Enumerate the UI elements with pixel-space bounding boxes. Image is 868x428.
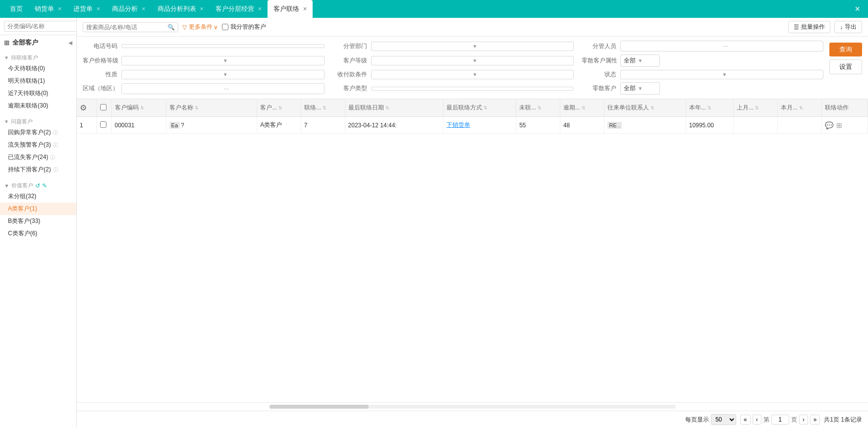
sidebar-all-customers[interactable]: ⊞ 全部客户 ◀: [0, 35, 76, 50]
price-level-input[interactable]: ▼: [121, 56, 325, 65]
sort-icon-name[interactable]: ⇅: [195, 106, 199, 110]
problem-customers-title[interactable]: ▼ 问题客户: [0, 116, 76, 126]
sidebar-declining[interactable]: 持续下滑客户(2) ⓘ: [0, 163, 76, 176]
customer-type-input[interactable]: [371, 87, 574, 91]
col-action-label: 联络动作: [825, 104, 849, 112]
first-page-button[interactable]: «: [740, 415, 751, 425]
manager-label: 分管人员: [582, 42, 616, 51]
sidebar-today-contact[interactable]: 今天待联络(0): [0, 62, 76, 75]
retail-attr-value: 全部: [624, 56, 636, 65]
sidebar-unclassified[interactable]: 未分组(32): [0, 190, 76, 203]
sort-icon-lastmonth[interactable]: ⇅: [755, 106, 759, 110]
sort-icon-year[interactable]: ⇅: [707, 106, 711, 110]
nav-product-list[interactable]: 商品分析列表 ×: [152, 0, 210, 18]
per-page-select[interactable]: 50 100 200: [711, 414, 736, 425]
manager-dots-icon[interactable]: ···: [723, 43, 820, 50]
nav-customer-contact[interactable]: 客户联络 ×: [268, 0, 313, 18]
nature-input[interactable]: ▼: [121, 70, 325, 79]
col-checkbox: [97, 99, 111, 117]
phone-input[interactable]: [121, 44, 325, 48]
sidebar-class-c[interactable]: C类客户(6): [0, 227, 76, 240]
sidebar-tomorrow-contact[interactable]: 明天待联络(1): [0, 75, 76, 87]
horizontal-scrollbar[interactable]: [77, 402, 868, 411]
payment-input[interactable]: ▼: [371, 70, 574, 79]
col-customer-name: 客户名称⇅: [166, 99, 257, 117]
nav-sales[interactable]: 销货单 ×: [29, 0, 67, 18]
close-sales-tab[interactable]: ×: [58, 5, 62, 12]
customer-level-input[interactable]: ▼: [371, 56, 574, 65]
col-contacts-person: 往来单位联系人⇅: [604, 99, 686, 117]
my-customers-checkbox[interactable]: [222, 24, 228, 30]
retail-attr-select[interactable]: 全部 ▼: [620, 54, 660, 67]
close-product-analysis-tab[interactable]: ×: [142, 5, 146, 12]
sidebar-search-input[interactable]: [4, 21, 77, 32]
sort-icon-overdue[interactable]: ⇅: [582, 106, 586, 110]
sort-icon-contact[interactable]: ⇅: [323, 106, 326, 110]
prev-page-button[interactable]: ‹: [753, 415, 761, 425]
churned-label: 已流失客户(24): [8, 153, 48, 161]
price-level-field: 客户价格等级 ▼: [83, 56, 325, 65]
select-all-checkbox[interactable]: [100, 104, 107, 110]
sort-icon-level[interactable]: ⇅: [278, 106, 282, 110]
col-last-month-label: 上月...: [737, 104, 754, 112]
filter-search-input[interactable]: [86, 24, 165, 31]
edit-icon[interactable]: ✎: [42, 182, 47, 189]
col-year-amount-label: 本年...: [689, 104, 706, 112]
close-customer-stratify-tab[interactable]: ×: [258, 5, 262, 12]
batch-operation-button[interactable]: ☰ 批量操作: [788, 21, 830, 33]
manager-input[interactable]: ···: [620, 41, 823, 52]
sidebar-overdue-contact[interactable]: 逾期未联络(30): [0, 100, 76, 112]
nav-purchase[interactable]: 进货单 ×: [67, 0, 106, 18]
nav-home[interactable]: 首页: [4, 0, 29, 18]
sort-icon-nocontact[interactable]: ⇅: [538, 106, 542, 110]
export-label: 导出: [845, 23, 857, 31]
nav-product-analysis[interactable]: 商品分析 ×: [106, 0, 151, 18]
last-page-button[interactable]: »: [810, 415, 820, 425]
filter-search-icon[interactable]: 🔍: [167, 24, 175, 31]
sort-icon-method[interactable]: ⇅: [484, 106, 488, 110]
refresh-icon[interactable]: ↺: [35, 182, 40, 189]
dept-input[interactable]: ▼: [371, 42, 574, 51]
manager-field: 分管人员 ···: [582, 41, 823, 52]
phone-field: 电话号码: [83, 42, 325, 51]
sidebar-class-b[interactable]: B类客户(33): [0, 215, 76, 227]
top-navigation: 首页 销货单 × 进货单 × 商品分析 × 商品分析列表 × 客户分层经营 × …: [0, 0, 868, 18]
payment-arrow-icon: ▼: [473, 72, 571, 77]
retail-customer-select[interactable]: 全部 ▼: [620, 82, 660, 95]
close-customer-contact-tab[interactable]: ×: [303, 5, 307, 12]
retail-attr-field: 零散客户属性 全部 ▼: [582, 54, 823, 67]
window-close-button[interactable]: ×: [851, 4, 864, 14]
close-product-list-tab[interactable]: ×: [200, 5, 204, 12]
settings-button[interactable]: 设置: [829, 59, 862, 74]
region-dots-icon[interactable]: ···: [224, 85, 321, 92]
pending-contact-title[interactable]: ▼ 待联络客户: [0, 52, 76, 62]
scroll-thumb[interactable]: [270, 405, 369, 409]
sort-icon-date[interactable]: ⇅: [385, 106, 389, 110]
row-level: A类客户: [257, 117, 301, 134]
chat-action-icon[interactable]: 💬: [825, 121, 833, 129]
table-settings-icon[interactable]: ⚙: [80, 104, 87, 112]
more-filters-button[interactable]: ▽ 更多条件 ∨: [182, 23, 218, 31]
next-page-button[interactable]: ›: [799, 415, 808, 425]
export-button[interactable]: ↓ 导出: [834, 21, 862, 33]
sidebar-7days-contact[interactable]: 近7天待联络(0): [0, 87, 76, 100]
close-purchase-tab[interactable]: ×: [97, 5, 101, 12]
region-input[interactable]: ···: [121, 83, 325, 94]
sidebar-class-a[interactable]: A类客户(1): [0, 203, 76, 215]
query-button[interactable]: 查询: [829, 43, 862, 56]
row-checkbox[interactable]: [100, 121, 107, 128]
page-number-input[interactable]: [771, 415, 789, 425]
grid-action-icon[interactable]: ⊞: [836, 121, 842, 129]
sidebar-churned[interactable]: 已流失客户(24) ⓘ: [0, 151, 76, 163]
sort-icon-thismonth[interactable]: ⇅: [799, 106, 803, 110]
nav-customer-stratify[interactable]: 客户分层经营 ×: [210, 0, 268, 18]
my-customers-filter[interactable]: 我分管的客户: [222, 23, 266, 31]
sort-icon-code[interactable]: ⇅: [140, 106, 144, 110]
status-input[interactable]: ▼: [620, 70, 823, 79]
sidebar-repurchase-abnormal[interactable]: 回购异常客户(2) ⓘ: [0, 126, 76, 139]
contact-method-link[interactable]: 下销货单: [446, 121, 470, 128]
sort-icon-contacts[interactable]: ⇅: [651, 106, 654, 110]
sidebar-churn-warning[interactable]: 流失预警客户(3) ⓘ: [0, 139, 76, 151]
scroll-track[interactable]: [270, 405, 676, 409]
sidebar-collapse-icon[interactable]: ◀: [68, 40, 72, 46]
